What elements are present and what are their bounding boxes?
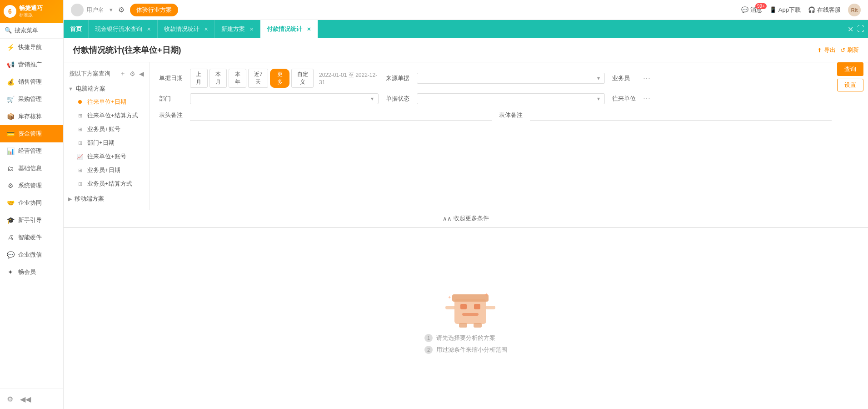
inventory-icon: 📦 bbox=[6, 112, 15, 121]
desktop-group-header[interactable]: ▼ 电脑端方案 bbox=[64, 82, 150, 95]
date-btn-last-month[interactable]: 上月 bbox=[190, 69, 208, 88]
logo-sub: 标准版 bbox=[19, 12, 43, 18]
sidebar-item-hardware[interactable]: 🖨 智能硬件 bbox=[0, 229, 63, 246]
scheme-item-salesman-account[interactable]: ⊞ 业务员+账号 bbox=[64, 122, 150, 136]
table-header-label: 表头备注 bbox=[159, 111, 186, 119]
export-icon: ⬆ bbox=[817, 47, 822, 54]
sidebar-item-enterprise[interactable]: 🤝 企业协同 bbox=[0, 194, 63, 212]
add-scheme-icon[interactable]: ＋ bbox=[120, 70, 126, 78]
left-panel-title: 按以下方案查询 bbox=[69, 70, 110, 78]
settings-icon[interactable]: ⚙ bbox=[118, 5, 125, 14]
finance-icon: 💳 bbox=[6, 130, 15, 138]
sidebar-header: 6 畅捷通巧 标准版 bbox=[0, 0, 63, 23]
user-avatar bbox=[71, 4, 84, 16]
sidebar-item-basic[interactable]: 🗂 基础信息 bbox=[0, 160, 63, 177]
sidebar-item-label: 畅会员 bbox=[18, 268, 36, 276]
tab-cash-flow[interactable]: 现金银行流水查询 ✕ bbox=[89, 20, 158, 38]
scheme-item-partner-settle[interactable]: ⊞ 往来单位+结算方式 bbox=[64, 109, 150, 122]
partner-filter-group: 往来单位 ··· bbox=[612, 95, 832, 103]
settings-btn[interactable]: 设置 bbox=[837, 79, 863, 91]
date-btn-this-month[interactable]: 本月 bbox=[210, 69, 227, 88]
scheme-item-partner-account[interactable]: 📈 往来单位+账号 bbox=[64, 150, 150, 163]
tab-payment-stat[interactable]: 付款情况统计 ✕ bbox=[260, 20, 318, 38]
mobile-group-header[interactable]: ▶ 移动端方案 bbox=[64, 192, 150, 205]
sidebar-item-guide[interactable]: 🎓 新手引导 bbox=[0, 212, 63, 229]
date-btn-7days[interactable]: 近7天 bbox=[248, 69, 268, 88]
content-area: 付款情况统计(往来单位+日期) ⬆ 导出 ↺ 刷新 按以下方案查询 bbox=[64, 38, 868, 409]
collapse-panel-icon[interactable]: ◀ bbox=[139, 70, 144, 77]
table-body-input[interactable] bbox=[530, 110, 832, 121]
sidebar-item-system[interactable]: ⚙ 系统管理 bbox=[0, 177, 63, 194]
tab-close-icon[interactable]: ✕ bbox=[249, 26, 254, 32]
status-dropdown-icon: ▾ bbox=[597, 96, 600, 102]
tab-label: 首页 bbox=[70, 25, 82, 33]
sidebar-item-label: 库存核算 bbox=[18, 112, 42, 121]
salesman-ellipsis[interactable]: ··· bbox=[643, 74, 650, 82]
scheme-item-salesman-date[interactable]: ⊞ 业务员+日期 bbox=[64, 163, 150, 177]
sidebar-item-label: 系统管理 bbox=[18, 182, 42, 190]
source-dropdown-icon: ▾ bbox=[597, 75, 600, 81]
guide-icon: 🎓 bbox=[6, 216, 15, 224]
topbar: 用户名 ▾ ⚙ 体验行业方案 💬 消息 99+ 📱 App下载 🎧 在线客服 R… bbox=[64, 0, 868, 20]
dropdown-arrow[interactable]: ▾ bbox=[110, 6, 113, 13]
notice-icon: 💬 bbox=[741, 6, 748, 13]
filter-form: 单据日期 上月 本月 本年 近7天 更多 自定义 2022-01-01 至 20… bbox=[150, 62, 868, 210]
date-btn-this-year[interactable]: 本年 bbox=[229, 69, 246, 88]
page-title: 付款情况统计(往来单位+日期) bbox=[73, 45, 817, 56]
trial-btn[interactable]: 体验行业方案 bbox=[130, 4, 178, 16]
search-menu[interactable]: 🔍 搜索菜单 bbox=[0, 23, 63, 39]
scheme-item-salesman-settle[interactable]: ⊞ 业务员+结算方式 bbox=[64, 177, 150, 191]
tab-close-icon[interactable]: ✕ bbox=[147, 26, 151, 32]
export-btn[interactable]: ⬆ 导出 bbox=[817, 46, 836, 54]
svg-rect-2 bbox=[460, 304, 467, 309]
maximize-icon[interactable]: ⛶ bbox=[857, 25, 864, 33]
query-btn[interactable]: 查询 bbox=[837, 62, 863, 76]
table-header-group: 表头备注 bbox=[159, 110, 492, 121]
scheme-item-partner-date[interactable]: 往来单位+日期 bbox=[64, 95, 150, 109]
sidebar-item-finance[interactable]: 💳 资金管理 bbox=[0, 125, 63, 142]
sales-icon: 💰 bbox=[6, 78, 15, 86]
dept-select[interactable]: ▾ bbox=[190, 93, 379, 104]
tab-receivable[interactable]: 收款情况统计 ✕ bbox=[158, 20, 215, 38]
sidebar-item-member[interactable]: ✦ 畅会员 bbox=[0, 263, 63, 281]
salesman-filter-group: 业务员 ··· bbox=[612, 74, 832, 82]
sidebar-item-label: 经营管理 bbox=[18, 147, 42, 155]
source-select[interactable]: ▾ bbox=[417, 73, 605, 84]
tab-new-scheme[interactable]: 新建方案 ✕ bbox=[215, 20, 260, 38]
notice-btn[interactable]: 💬 消息 99+ bbox=[741, 6, 762, 14]
sidebar-item-operation[interactable]: 📊 经营管理 bbox=[0, 142, 63, 160]
tab-label: 现金银行流水查询 bbox=[95, 25, 142, 33]
settings-footer-icon[interactable]: ⚙ bbox=[5, 394, 15, 404]
collapse-more-btn[interactable]: ∧∧ 收起更多条件 bbox=[443, 214, 489, 222]
empty-hint: 1 请先选择要分析的方案 2 用过滤条件来缩小分析范围 bbox=[424, 334, 507, 354]
tab-close-icon[interactable]: ✕ bbox=[307, 26, 311, 32]
service-btn[interactable]: 🎧 在线客服 bbox=[808, 6, 841, 14]
notice-badge: 99+ bbox=[755, 3, 767, 9]
tab-close-icon[interactable]: ✕ bbox=[204, 26, 208, 32]
sidebar-item-purchase[interactable]: 🛒 采购管理 bbox=[0, 91, 63, 108]
table-header-input[interactable] bbox=[190, 110, 492, 121]
scheme-item-label: 往来单位+账号 bbox=[87, 152, 126, 161]
partner-ellipsis[interactable]: ··· bbox=[643, 95, 650, 103]
sidebar-item-wechat[interactable]: 💬 企业微信 bbox=[0, 246, 63, 263]
tab-home[interactable]: 首页 bbox=[64, 20, 89, 38]
sidebar-item-inventory[interactable]: 📦 库存核算 bbox=[0, 108, 63, 125]
date-btn-custom[interactable]: 自定义 bbox=[291, 69, 314, 88]
dept-dropdown-icon: ▾ bbox=[371, 96, 374, 102]
sidebar-item-label: 企业协同 bbox=[18, 199, 42, 207]
sidebar-item-label: 销售管理 bbox=[18, 78, 42, 86]
scheme-item-dept-date[interactable]: ⊞ 部门+日期 bbox=[64, 136, 150, 150]
left-panel-header: 按以下方案查询 ＋ ⚙ ◀ bbox=[64, 67, 150, 81]
salesman-label: 业务员 bbox=[612, 74, 639, 82]
sidebar-item-marketing[interactable]: 📢 营销推广 bbox=[0, 56, 63, 73]
topbar-user-avatar[interactable]: Rit bbox=[848, 4, 861, 16]
sidebar-item-quick-nav[interactable]: ⚡ 快捷导航 bbox=[0, 39, 63, 56]
refresh-btn[interactable]: ↺ 刷新 bbox=[840, 46, 859, 54]
app-download-btn[interactable]: 📱 App下载 bbox=[769, 6, 801, 14]
date-btn-more[interactable]: 更多 bbox=[270, 69, 289, 88]
sidebar-item-sales[interactable]: 💰 销售管理 bbox=[0, 73, 63, 91]
close-all-icon[interactable]: ✕ bbox=[848, 25, 853, 34]
manage-scheme-icon[interactable]: ⚙ bbox=[130, 70, 135, 77]
collapse-sidebar-icon[interactable]: ◀◀ bbox=[20, 394, 31, 404]
status-select[interactable]: ▾ bbox=[417, 93, 605, 104]
